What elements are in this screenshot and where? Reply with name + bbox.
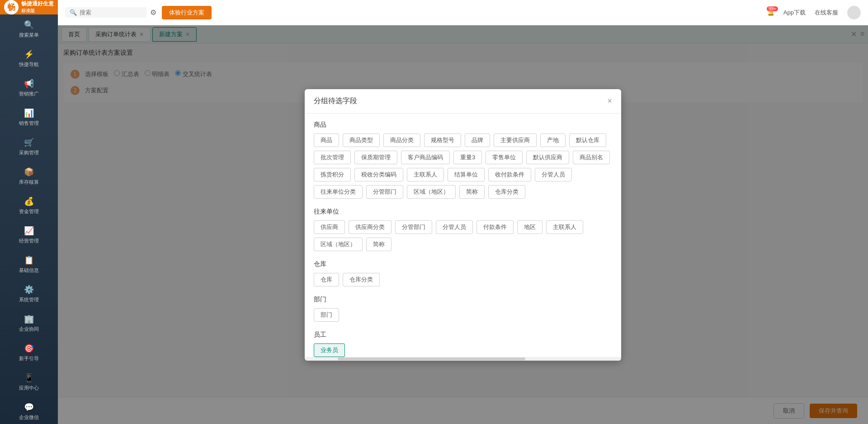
modal-close-button[interactable]: × [607, 96, 612, 106]
field-region2-partner[interactable]: 区域（地区） [314, 238, 363, 251]
field-short-name-product[interactable]: 简称 [459, 185, 485, 199]
notification-badge[interactable]: 🔔 99+ [767, 9, 774, 16]
field-quality-mgmt[interactable]: 保质期管理 [354, 151, 397, 164]
field-settlement-unit[interactable]: 结算单位 [448, 168, 485, 181]
section-fields-product: 商品商品类型商品分类规格型号品牌主要供应商产地默认仓库批次管理保质期管理客户商品… [314, 133, 612, 199]
sidebar-item-wechat[interactable]: 💬企业微信 [0, 397, 58, 424]
section-fields-employee: 业务员 [314, 343, 612, 357]
field-default-warehouse[interactable]: 默认仓库 [569, 133, 606, 147]
field-main-supplier[interactable]: 主要供应商 [494, 133, 537, 147]
field-default-supplier[interactable]: 默认供应商 [526, 151, 569, 164]
purchase-icon: 🛒 [24, 138, 34, 148]
search-icon: 🔍 [24, 20, 34, 30]
field-source-unit-category[interactable]: 往来单位分类 [314, 185, 363, 199]
field-region-product[interactable]: 区域（地区） [407, 185, 456, 199]
sidebar-label-search: 搜索菜单 [19, 32, 39, 38]
quick-nav-icon: ⚡ [24, 49, 34, 59]
field-payment-terms[interactable]: 收付款条件 [488, 168, 531, 181]
field-supervisor-partner[interactable]: 分管人员 [436, 220, 473, 234]
sidebar-item-quick-nav[interactable]: ⚡快捷导航 [0, 44, 58, 73]
sidebar-item-marketing[interactable]: 📢营销推广 [0, 73, 58, 103]
finance-icon: 💰 [24, 196, 34, 206]
field-origin[interactable]: 产地 [540, 133, 566, 147]
field-supplier[interactable]: 供应商 [314, 220, 345, 234]
sidebar-label-system: 系统管理 [19, 296, 39, 303]
field-commodity[interactable]: 商品 [314, 133, 339, 147]
avatar[interactable] [847, 6, 861, 19]
field-customer-code[interactable]: 客户商品编码 [401, 151, 450, 164]
field-main-contact[interactable]: 主联系人 [407, 168, 444, 181]
field-retail-unit[interactable]: 零售单位 [486, 151, 523, 164]
section-department: 部门部门 [314, 295, 612, 322]
apps-icon: 📱 [24, 373, 34, 383]
search-icon: 🔍 [70, 9, 77, 16]
sidebar-label-enterprise: 企业协同 [19, 326, 39, 333]
sidebar-item-operations[interactable]: 📈经营管理 [0, 220, 58, 250]
sidebar-item-sales[interactable]: 📊销售管理 [0, 103, 58, 132]
modal-hscroll[interactable] [305, 357, 621, 361]
inventory-icon: 📦 [24, 167, 34, 177]
field-dept-partner[interactable]: 分管部门 [395, 220, 432, 234]
field-product-category[interactable]: 商品分类 [383, 133, 420, 147]
sidebar-item-guide[interactable]: 🎯新手引导 [0, 338, 58, 367]
notification-count: 99+ [767, 6, 778, 11]
app-version: 标准版 [21, 8, 35, 14]
experience-btn[interactable]: 体验行业方案 [162, 6, 212, 19]
field-region-partner[interactable]: 地区 [517, 220, 542, 234]
modal-overlay: 分组待选字段 × 商品商品商品类型商品分类规格型号品牌主要供应商产地默认仓库批次… [58, 25, 868, 424]
sidebar-item-system[interactable]: ⚙️系统管理 [0, 279, 58, 309]
wechat-icon: 💬 [24, 402, 34, 412]
section-title-employee: 员工 [314, 331, 612, 339]
sidebar-item-finance[interactable]: 💰资金管理 [0, 191, 58, 220]
field-product-type[interactable]: 商品类型 [343, 133, 380, 147]
sidebar-label-basic: 基础信息 [19, 267, 39, 274]
basic-icon: 📋 [24, 255, 34, 265]
field-dept-mgmt[interactable]: 分管部门 [366, 185, 403, 199]
sidebar-item-inventory[interactable]: 📦库存核算 [0, 162, 58, 191]
sidebar-label-apps: 应用中心 [19, 385, 39, 391]
sidebar-label-operations: 经营管理 [19, 238, 39, 244]
field-warehouse-category-product[interactable]: 仓库分类 [488, 185, 525, 199]
field-spec-type[interactable]: 规格型号 [424, 133, 461, 147]
section-fields-warehouse: 仓库仓库分类 [314, 273, 612, 286]
section-title-partner: 往来单位 [314, 208, 612, 216]
field-warehouse-category[interactable]: 仓库分类 [343, 273, 380, 286]
search-box[interactable]: 🔍 [65, 7, 146, 18]
field-weight3[interactable]: 重量3 [453, 151, 482, 164]
sidebar-label-marketing: 营销推广 [19, 91, 39, 97]
field-brand[interactable]: 品牌 [465, 133, 490, 147]
sidebar-item-enterprise[interactable]: 🏢企业协同 [0, 309, 58, 338]
field-payment-condition[interactable]: 付款条件 [476, 220, 514, 234]
system-icon: ⚙️ [24, 285, 34, 295]
field-tax-code[interactable]: 税收分类编码 [354, 168, 403, 181]
field-supervisor[interactable]: 分管人员 [535, 168, 572, 181]
sidebar-item-apps[interactable]: 📱应用中心 [0, 367, 58, 397]
app-download-link[interactable]: App下载 [783, 9, 806, 17]
sidebar-item-basic[interactable]: 📋基础信息 [0, 250, 58, 279]
sidebar-label-sales: 销售管理 [19, 120, 39, 127]
app-logo: 畅 畅捷通好生意 标准版 [0, 0, 58, 14]
sidebar-item-search[interactable]: 🔍搜索菜单 [0, 14, 58, 44]
sidebar-label-wechat: 企业微信 [19, 414, 39, 421]
field-dept[interactable]: 部门 [314, 308, 339, 322]
field-pickup-points[interactable]: 拣货积分 [314, 168, 351, 181]
section-partner: 往来单位供应商供应商分类分管部门分管人员付款条件地区主联系人区域（地区）简称 [314, 208, 612, 251]
sidebar-label-quick-nav: 快捷导航 [19, 61, 39, 68]
field-main-contact-partner[interactable]: 主联系人 [546, 220, 583, 234]
search-input[interactable] [80, 9, 134, 16]
marketing-icon: 📢 [24, 79, 34, 89]
field-batch-mgmt[interactable]: 批次管理 [314, 151, 351, 164]
section-fields-department: 部门 [314, 308, 612, 322]
modal-header: 分组待选字段 × [305, 89, 621, 114]
field-salesperson[interactable]: 业务员 [314, 343, 345, 357]
field-short-name-partner[interactable]: 简称 [366, 238, 392, 251]
online-service-link[interactable]: 在线客服 [815, 9, 838, 17]
field-supplier-category[interactable]: 供应商分类 [349, 220, 392, 234]
field-warehouse[interactable]: 仓库 [314, 273, 339, 286]
sidebar-item-purchase[interactable]: 🛒采购管理 [0, 132, 58, 162]
gear-icon[interactable]: ⚙ [150, 8, 156, 17]
modal-body: 商品商品商品类型商品分类规格型号品牌主要供应商产地默认仓库批次管理保质期管理客户… [305, 114, 621, 357]
guide-icon: 🎯 [24, 343, 34, 353]
field-product-alias[interactable]: 商品别名 [573, 151, 610, 164]
app-name: 畅捷通好生意 [21, 0, 54, 8]
